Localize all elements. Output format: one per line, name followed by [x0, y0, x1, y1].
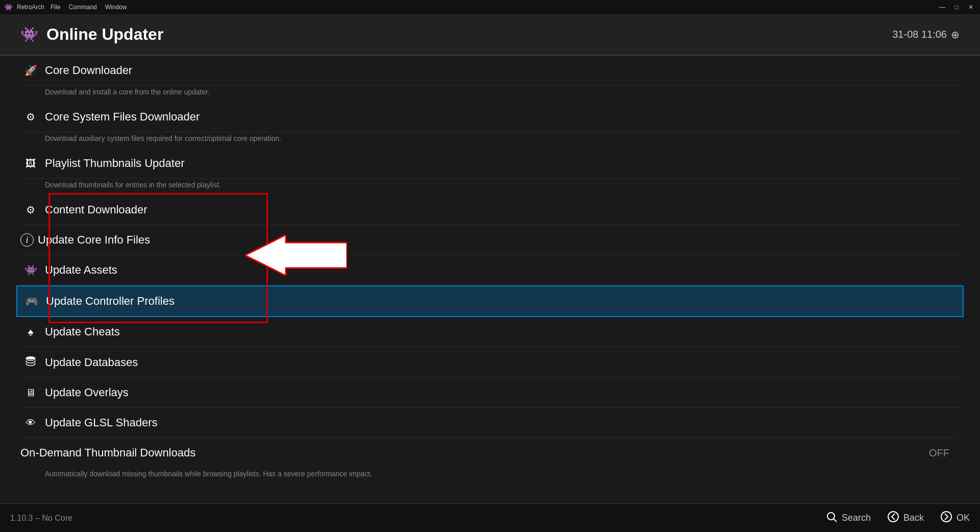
version-text: 1.10.3 – No Core: [10, 514, 72, 523]
svg-point-4: [941, 512, 951, 522]
update-assets-icon: 👾: [20, 264, 41, 276]
core-downloader-desc: Download and install a core from the onl…: [20, 86, 960, 102]
menu-item-content-downloader[interactable]: ⚙ Content Downloader: [20, 195, 960, 225]
menu-item-update-controller-profiles[interactable]: 🎮 Update Controller Profiles: [16, 285, 964, 317]
on-demand-thumbnails-label: On-Demand Thumbnail Downloads: [20, 446, 195, 460]
back-action[interactable]: Back: [887, 511, 924, 525]
core-system-files-desc: Download auxiliary system files required…: [20, 132, 960, 149]
core-downloader-icon: 🚀: [20, 64, 41, 77]
search-action[interactable]: Search: [825, 511, 871, 525]
ok-icon: [940, 511, 952, 525]
content-downloader-icon: ⚙: [20, 204, 41, 216]
menu-item-update-overlays[interactable]: 🖥 Update Overlays: [20, 378, 960, 408]
menu-item-update-databases[interactable]: Update Databases: [20, 347, 960, 378]
page-title: Online Updater: [46, 25, 163, 44]
back-icon: [887, 511, 899, 525]
menu-item-on-demand-thumbnails[interactable]: On-Demand Thumbnail Downloads OFF: [20, 438, 960, 468]
core-system-files-icon: ⚙: [20, 111, 41, 123]
titlebar: 👾 RetroArch File Command Window — □ ✕: [0, 0, 980, 14]
update-cheats-icon: ♠: [20, 326, 41, 338]
back-label: Back: [903, 513, 924, 523]
update-controller-profiles-label: Update Controller Profiles: [46, 295, 175, 308]
titlebar-menu: File Command Window: [51, 4, 127, 11]
main-content: 🚀 Core Downloader Download and install a…: [0, 56, 980, 504]
svg-point-0: [26, 356, 35, 359]
ok-label: OK: [957, 513, 970, 523]
update-overlays-icon: 🖥: [20, 387, 41, 399]
svg-line-2: [834, 519, 837, 522]
playlist-thumbnails-label: Playlist Thumbnails Updater: [45, 157, 185, 170]
svg-point-3: [888, 512, 898, 522]
update-assets-label: Update Assets: [45, 263, 117, 277]
update-glsl-shaders-icon: 👁: [20, 417, 41, 429]
update-overlays-label: Update Overlays: [45, 386, 129, 399]
core-downloader-label: Core Downloader: [45, 64, 132, 77]
app-name: RetroArch: [17, 4, 44, 11]
menu-item-playlist-thumbnails[interactable]: 🖼 Playlist Thumbnails Updater: [20, 149, 960, 179]
search-label: Search: [842, 513, 871, 523]
menu-file[interactable]: File: [51, 4, 60, 11]
playlist-thumbnails-icon: 🖼: [20, 158, 41, 170]
core-system-files-label: Core System Files Downloader: [45, 110, 200, 124]
footer: 1.10.3 – No Core Search Back: [0, 503, 980, 532]
menu-item-update-glsl-shaders[interactable]: 👁 Update GLSL Shaders: [20, 408, 960, 438]
minimize-button[interactable]: —: [937, 4, 947, 11]
update-core-info-label: Update Core Info Files: [38, 233, 150, 247]
playlist-thumbnails-desc: Download thumbnails for entries in the s…: [20, 179, 960, 195]
menu-item-update-core-info[interactable]: i Update Core Info Files: [20, 225, 960, 255]
on-demand-thumbnails-value: OFF: [929, 447, 949, 459]
window-controls: — □ ✕: [937, 4, 976, 11]
datetime-display: 31-08 11:06 ⊕: [892, 29, 960, 41]
svg-point-1: [827, 513, 835, 520]
update-cheats-label: Update Cheats: [45, 325, 120, 338]
datetime-text: 31-08 11:06: [892, 29, 947, 40]
close-button[interactable]: ✕: [966, 4, 976, 11]
update-controller-profiles-icon: 🎮: [21, 295, 42, 307]
header-icon: 👾: [20, 26, 38, 43]
update-core-info-icon: i: [20, 233, 34, 247]
app-icon: 👾: [4, 3, 13, 11]
update-databases-icon: [20, 355, 41, 369]
ok-action[interactable]: OK: [940, 511, 970, 525]
menu-command[interactable]: Command: [68, 4, 96, 11]
search-icon: [825, 511, 838, 525]
on-demand-thumbnails-desc: Automatically download missing thumbnail…: [20, 468, 960, 484]
menu-item-update-cheats[interactable]: ♠ Update Cheats: [20, 317, 960, 347]
menu-window[interactable]: Window: [105, 4, 127, 11]
maximize-button[interactable]: □: [951, 4, 962, 11]
clock-icon: ⊕: [951, 29, 960, 41]
page-header: 👾 Online Updater 31-08 11:06 ⊕: [0, 14, 980, 55]
content-downloader-label: Content Downloader: [45, 203, 148, 216]
update-glsl-shaders-label: Update GLSL Shaders: [45, 416, 158, 429]
menu-item-core-system-files[interactable]: ⚙ Core System Files Downloader: [20, 102, 960, 132]
menu-item-core-downloader[interactable]: 🚀 Core Downloader: [20, 56, 960, 86]
update-databases-label: Update Databases: [45, 356, 138, 369]
footer-actions: Search Back OK: [825, 511, 970, 525]
menu-item-update-assets[interactable]: 👾 Update Assets: [20, 255, 960, 285]
